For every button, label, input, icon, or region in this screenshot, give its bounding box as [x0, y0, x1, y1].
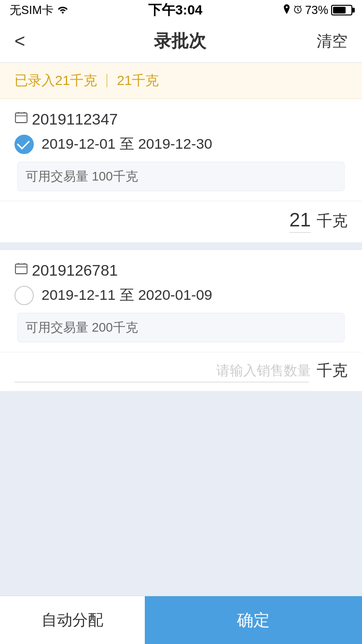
status-bar: 无SIM卡 下午3:04 73% — [0, 0, 362, 20]
input-unit-2: 千克 — [317, 360, 348, 381]
batch-date-2: 2019-12-11 至 2020-01-09 — [42, 285, 212, 305]
battery-icon — [331, 5, 352, 15]
batch-icon-2 — [14, 262, 28, 279]
info-divider — [107, 74, 107, 87]
status-time: 下午3:04 — [148, 1, 202, 19]
radio-btn-1[interactable] — [14, 135, 34, 154]
qty-underline-1: 21 — [290, 209, 311, 233]
batch-avail-2: 可用交易量 200千克 — [17, 313, 345, 342]
bottom-bar: 自动分配 确定 — [0, 596, 362, 644]
batch-id-row-2: 2019126781 — [14, 262, 348, 280]
batch-date-1: 2019-12-01 至 2019-12-30 — [42, 134, 212, 154]
svg-rect-2 — [15, 264, 27, 274]
recorded-value: 21千克 — [117, 71, 159, 90]
section-separator — [0, 242, 362, 250]
qty-unit-1: 千克 — [317, 210, 348, 232]
batch-date-row-2[interactable]: 2019-12-11 至 2020-01-09 — [14, 285, 348, 305]
gray-area — [0, 391, 362, 613]
batch-avail-1: 可用交易量 100千克 — [17, 162, 345, 191]
qty-row-1: 21 千克 — [0, 201, 362, 242]
auto-distribute-button[interactable]: 自动分配 — [0, 596, 145, 644]
info-banner: 已录入21千克 21千克 — [0, 63, 362, 99]
svg-rect-1 — [15, 113, 27, 123]
location-icon — [283, 3, 291, 17]
clear-button[interactable]: 清空 — [317, 31, 348, 52]
input-row-2[interactable]: 请输入销售数量 千克 — [0, 352, 362, 391]
back-button[interactable]: < — [14, 31, 43, 52]
batch-id-row-1: 2019112347 — [14, 111, 348, 128]
batch-id-2: 2019126781 — [32, 262, 118, 280]
status-left: 无SIM卡 — [10, 2, 68, 18]
batch-icon-1 — [14, 111, 28, 128]
input-placeholder-2: 请输入销售数量 — [216, 362, 311, 380]
batch-id-1: 2019112347 — [32, 111, 118, 128]
qty-value-1[interactable]: 21 — [290, 209, 311, 230]
confirm-button[interactable]: 确定 — [145, 596, 362, 644]
recorded-label: 已录入21千克 — [14, 71, 97, 90]
wifi-icon — [57, 4, 68, 16]
batch-item-1: 2019112347 2019-12-01 至 2019-12-30 可用交易量… — [0, 99, 362, 242]
page-title: 录批次 — [154, 29, 206, 53]
nav-bar: < 录批次 清空 — [0, 20, 362, 63]
batch-date-row-1[interactable]: 2019-12-01 至 2019-12-30 — [14, 134, 348, 154]
status-right: 73% — [283, 3, 352, 17]
batch-item-2: 2019126781 2019-12-11 至 2020-01-09 可用交易量… — [0, 250, 362, 391]
input-underline-2 — [14, 382, 309, 382]
battery-percent: 73% — [305, 3, 328, 17]
sim-text: 无SIM卡 — [10, 2, 54, 18]
alarm-icon — [293, 3, 302, 17]
radio-btn-2[interactable] — [14, 286, 34, 305]
